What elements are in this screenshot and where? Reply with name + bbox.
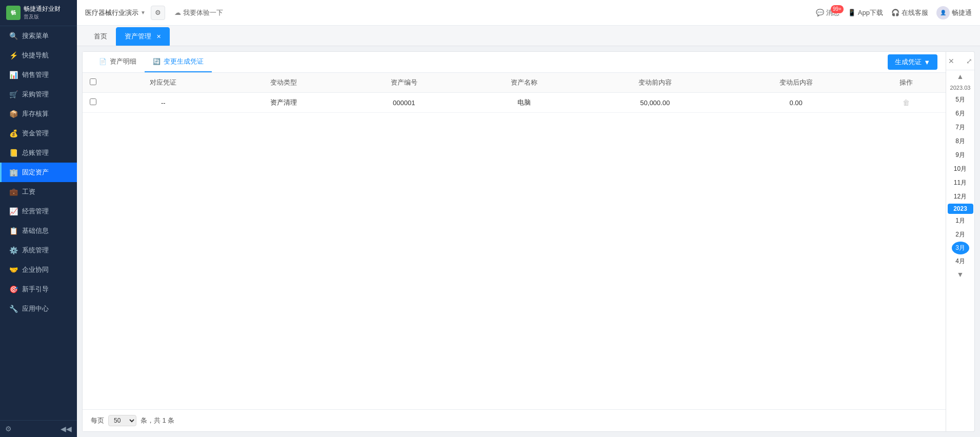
calendar-month-3-active[interactable]: 3月 xyxy=(952,242,969,254)
right-panel-header: ✕ ⤢ xyxy=(946,52,974,70)
company-selector[interactable]: 医疗器械行业演示 ▼ xyxy=(85,8,146,17)
guide-icon: 🎯 xyxy=(9,285,18,293)
header-after-change: 变动后内容 xyxy=(726,73,867,93)
sidebar-item-system[interactable]: ⚙️ 系统管理 xyxy=(0,241,77,260)
experience-button[interactable]: ☁ 我要体验一下 xyxy=(170,8,227,17)
header-voucher: 对应凭证 xyxy=(103,73,224,93)
calendar-month-4[interactable]: 4月 xyxy=(948,254,973,268)
sidebar-item-purchase[interactable]: 🛒 采购管理 xyxy=(0,85,77,104)
service-icon: 🎧 xyxy=(891,9,899,16)
sidebar-footer: ⚙ ◀◀ xyxy=(0,420,77,437)
sidebar-logo: 畅 畅捷通好业财 普及版 xyxy=(0,0,77,26)
sidebar-item-inventory[interactable]: 📦 库存核算 xyxy=(0,104,77,124)
sidebar-item-basic-info[interactable]: 📋 基础信息 xyxy=(0,221,77,241)
row-voucher: -- xyxy=(103,93,224,113)
enterprise-icon: 🤝 xyxy=(9,266,18,274)
settings-button[interactable]: ⚙ xyxy=(151,6,165,20)
calendar-month-7[interactable]: 7月 xyxy=(948,121,973,134)
logo-text: 畅捷通好业财 普及版 xyxy=(24,5,61,21)
generate-voucher-button[interactable]: 生成凭证 ▼ xyxy=(888,54,937,70)
message-button[interactable]: 💬 消息 99+ xyxy=(816,8,839,17)
calendar-month-8[interactable]: 8月 xyxy=(948,134,973,148)
purchase-icon: 🛒 xyxy=(9,90,18,98)
tab-close-icon[interactable]: ✕ xyxy=(156,33,161,39)
basic-info-icon: 📋 xyxy=(9,227,18,235)
payroll-icon: 💼 xyxy=(9,188,18,196)
app-center-icon: 🔧 xyxy=(9,305,18,313)
user-menu[interactable]: 👤 畅捷通 xyxy=(936,6,972,19)
header-asset-name: 资产名称 xyxy=(464,73,585,93)
expand-panel-icon[interactable]: ⤢ xyxy=(966,57,972,65)
sidebar-item-sales[interactable]: 📊 销售管理 xyxy=(0,65,77,85)
sidebar-nav: 🔍 搜索菜单 ⚡ 快捷导航 📊 销售管理 🛒 采购管理 📦 库存核算 💰 资金管… xyxy=(0,26,77,420)
calendar-up-icon[interactable]: ▲ xyxy=(955,70,966,83)
content-wrapper: 📄 资产明细 🔄 变更生成凭证 生成凭证 ▼ xyxy=(82,51,975,432)
header-action: 操作 xyxy=(867,73,946,93)
header-asset-code: 资产编号 xyxy=(344,73,464,93)
row-asset-code: 000001 xyxy=(344,93,464,113)
header-change-type: 变动类型 xyxy=(224,73,344,93)
change-voucher-icon: 🔄 xyxy=(153,58,161,65)
sidebar-item-funds[interactable]: 💰 资金管理 xyxy=(0,124,77,143)
collapse-sidebar-icon[interactable]: ◀◀ xyxy=(61,425,72,433)
sidebar-item-guide[interactable]: 🎯 新手引导 xyxy=(0,280,77,299)
calendar-month-11[interactable]: 11月 xyxy=(948,176,973,190)
sidebar-item-operations[interactable]: 📈 经营管理 xyxy=(0,202,77,221)
tab-home[interactable]: 首页 xyxy=(85,27,116,46)
sub-tabs: 📄 资产明细 🔄 变更生成凭证 xyxy=(91,52,212,72)
sidebar-item-search[interactable]: 🔍 搜索菜单 xyxy=(0,26,77,46)
cloud-icon: ☁ xyxy=(174,9,181,16)
row-after-change: 0.00 xyxy=(726,93,867,113)
fixed-assets-icon: 🏢 xyxy=(9,168,18,176)
calendar-month-2[interactable]: 2月 xyxy=(948,228,973,242)
sidebar: 畅 畅捷通好业财 普及版 🔍 搜索菜单 ⚡ 快捷导航 📊 销售管理 🛒 采购管理… xyxy=(0,0,77,437)
calendar-panel: ▲ 2023.03 5月 6月 7月 8月 9月 10月 11月 12月 202… xyxy=(948,70,973,431)
online-service-button[interactable]: 🎧 在线客服 xyxy=(891,8,928,17)
calendar-month-5[interactable]: 5月 xyxy=(948,93,973,107)
calendar-down-icon[interactable]: ▼ xyxy=(955,268,966,281)
row-checkbox[interactable] xyxy=(90,98,96,105)
calendar-month-9[interactable]: 9月 xyxy=(948,148,973,162)
message-icon: 💬 xyxy=(816,9,824,16)
header-right: 💬 消息 99+ 📱 App下载 🎧 在线客服 👤 畅捷通 xyxy=(816,6,972,19)
table-footer: 每页 20 50 100 条，共 1 条 xyxy=(83,409,946,431)
logo-icon: 畅 xyxy=(6,6,21,20)
ledger-icon: 📒 xyxy=(9,149,18,157)
row-action-cell: 🗑 xyxy=(867,93,946,113)
select-all-checkbox[interactable] xyxy=(90,78,96,85)
close-panel-icon[interactable]: ✕ xyxy=(948,57,954,65)
asset-detail-icon: 📄 xyxy=(99,58,107,65)
sidebar-item-general-ledger[interactable]: 📒 总账管理 xyxy=(0,143,77,163)
sidebar-item-fixed-assets[interactable]: 🏢 固定资产 xyxy=(0,163,77,182)
sidebar-item-payroll[interactable]: 💼 工资 xyxy=(0,182,77,202)
header-checkbox-cell xyxy=(83,73,103,93)
content-main: 📄 资产明细 🔄 变更生成凭证 生成凭证 ▼ xyxy=(82,51,946,432)
dropdown-arrow-icon: ▼ xyxy=(924,58,930,66)
system-icon: ⚙️ xyxy=(9,246,18,254)
delete-row-icon[interactable]: 🗑 xyxy=(903,98,910,107)
row-before-change: 50,000.00 xyxy=(585,93,726,113)
calendar-year-label: 2023.03 xyxy=(950,83,971,93)
sidebar-item-enterprise[interactable]: 🤝 企业协同 xyxy=(0,260,77,280)
table-container: 对应凭证 变动类型 资产编号 资产名称 变动前内容 变动后内容 操作 xyxy=(83,73,946,409)
calendar-month-6[interactable]: 6月 xyxy=(948,107,973,121)
gear-icon: ⚙ xyxy=(155,9,161,16)
app-download-button[interactable]: 📱 App下载 xyxy=(848,8,883,17)
calendar-month-10[interactable]: 10月 xyxy=(948,162,973,176)
funds-icon: 💰 xyxy=(9,129,18,137)
sidebar-item-quick-nav[interactable]: ⚡ 快捷导航 xyxy=(0,46,77,65)
per-page-select[interactable]: 20 50 100 xyxy=(108,415,136,426)
sub-tab-bar: 📄 资产明细 🔄 变更生成凭证 生成凭证 ▼ xyxy=(83,52,946,73)
tab-asset-management[interactable]: 资产管理 ✕ xyxy=(116,27,170,46)
top-header: 医疗器械行业演示 ▼ ⚙ ☁ 我要体验一下 💬 消息 99+ 📱 App下载 🎧… xyxy=(77,0,980,26)
company-name: 医疗器械行业演示 xyxy=(85,8,138,17)
row-checkbox-cell xyxy=(83,93,103,113)
chevron-down-icon: ▼ xyxy=(141,10,146,15)
sub-tab-change-voucher[interactable]: 🔄 变更生成凭证 xyxy=(145,52,212,72)
calendar-month-1[interactable]: 1月 xyxy=(948,214,973,228)
calendar-month-12[interactable]: 12月 xyxy=(948,190,973,204)
sub-tab-asset-detail[interactable]: 📄 资产明细 xyxy=(91,52,145,72)
calendar-current-year[interactable]: 2023 xyxy=(948,204,973,214)
settings-icon[interactable]: ⚙ xyxy=(5,425,12,433)
sidebar-item-app-center[interactable]: 🔧 应用中心 xyxy=(0,299,77,319)
